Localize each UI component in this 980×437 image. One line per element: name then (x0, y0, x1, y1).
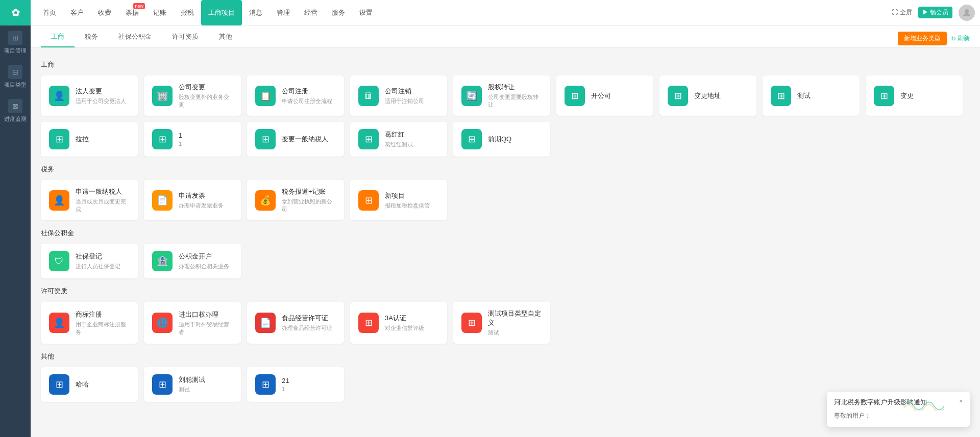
card-desc: 当月或次月成变更完成 (76, 198, 130, 213)
sidebar-item-progress[interactable]: ⊠ 进度监测 (0, 94, 31, 128)
card-icon: 📋 (255, 86, 276, 106)
card-desc: 适用于公司变更法人 (76, 97, 126, 105)
card-21[interactable]: ⊞ 21 1 (247, 367, 344, 402)
nav-operations[interactable]: 经营 (297, 0, 325, 25)
card-desc: 申请公司注册全流程 (282, 97, 332, 105)
project-type-icon: ⊟ (8, 65, 22, 79)
card-guquan-zhuanrang[interactable]: 🔄 股权转让 公司变更需要股权转让 (453, 75, 550, 116)
card-biangeng-dizhi[interactable]: ⊞ 变更地址 (659, 75, 756, 116)
card-icon: 🗑 (358, 86, 379, 106)
card-biangeng-yiban[interactable]: ⊞ 变更一般纳税人 (247, 122, 344, 157)
nav-settings[interactable]: 设置 (352, 0, 380, 25)
card-icon: 🏢 (152, 86, 173, 106)
card-icon: ⊞ (255, 129, 276, 149)
nav-services[interactable]: 服务 (325, 0, 352, 25)
card-title: 公司注销 (385, 87, 424, 96)
notification-close-button[interactable]: × (959, 398, 963, 407)
card-gongsi-zhuxiao[interactable]: 🗑 公司注销 适用于注销公司 (350, 75, 447, 116)
nav-accounting[interactable]: 记账 (146, 0, 174, 25)
card-title: 税务报道+记账 (282, 187, 336, 196)
card-icon: ⊞ (49, 374, 69, 395)
card-title: 申请一般纳税人 (76, 187, 130, 196)
card-title: 测试项目类型自定义 (488, 309, 542, 327)
card-xin-xiangmu[interactable]: ⊞ 新项目 报税加税控盘保管 (350, 180, 447, 220)
card-faren-biangeng[interactable]: 👤 法人变更 适用于公司变更法人 (41, 75, 138, 116)
card-title: 社保登记 (76, 252, 120, 261)
card-title: 食品经营许可证 (282, 314, 332, 323)
sidebar-item-project-mgmt[interactable]: ⊞ 项目管理 (0, 25, 31, 60)
nav-tax[interactable]: 报税 (174, 0, 201, 25)
card-shenqing-fapiao[interactable]: 📄 申请发票 办理申请发票业务 (144, 180, 241, 220)
card-title: 1 (179, 132, 182, 139)
card-icon: ⊞ (152, 129, 173, 149)
card-title: 法人变更 (76, 87, 126, 96)
add-business-type-button[interactable]: 新增业务类型 (898, 32, 947, 45)
top-navigation: 首页 客户 收费 票据 new 记账 报税 工商项目 消息 管理 经营 服务 设… (31, 0, 980, 25)
card-title: 开公司 (591, 91, 611, 100)
gongshang-cards: 👤 法人变更 适用于公司变更法人 🏢 公司变更 股权变更外的业务变更 📋 (41, 75, 970, 157)
card-shangbiao-zhuce[interactable]: 👤 商标注册 用于企业商标注册服务 (41, 302, 138, 344)
card-desc: 对企业信誉评级 (385, 324, 424, 332)
card-title: 进出口权办理 (179, 310, 233, 319)
card-desc: 测试 (488, 329, 542, 337)
card-desc: 适用于注销公司 (385, 97, 424, 105)
nav-customers[interactable]: 客户 (63, 0, 91, 25)
card-desc: 公司变更需要股权转让 (488, 93, 542, 109)
nav-bizproject[interactable]: 工商项目 (201, 0, 242, 25)
card-title: 葛红红 (385, 130, 413, 139)
card-title: 申请发票 (179, 191, 224, 200)
card-ceshi[interactable]: ⊞ 测试 (763, 75, 860, 116)
card-gongjijin-kaihu[interactable]: 🏦 公积金开户 办理公积金相关业务 (144, 244, 241, 278)
card-gongsi-zhuce[interactable]: 📋 公司注册 申请公司注册全流程 (247, 75, 344, 116)
vip-button[interactable]: ▶ 畅会员 (918, 7, 952, 18)
tab-shebao[interactable]: 社保公积金 (108, 27, 162, 47)
section-title-gongshang: 工商 (41, 60, 970, 69)
sidebar-logo: ✿ (0, 0, 31, 25)
nav-tickets[interactable]: 票据 new (118, 0, 146, 25)
card-title: 变更地址 (694, 91, 721, 100)
card-1[interactable]: ⊞ 1 1 (144, 122, 241, 157)
card-gehonghong[interactable]: ⊞ 葛红红 葛红红测试 (350, 122, 447, 157)
card-biangeng2[interactable]: ⊞ 变更 (866, 75, 963, 116)
section-title-shebao: 社保公积金 (41, 228, 970, 238)
sidebar-item-project-type[interactable]: ⊟ 项目类型 (0, 60, 31, 94)
card-icon: 🔄 (461, 86, 482, 106)
tab-gongshang[interactable]: 工商 (41, 27, 75, 47)
card-shenqing-yiban[interactable]: 👤 申请一般纳税人 当月或次月成变更完成 (41, 180, 138, 220)
card-jinchuko-banli[interactable]: 🌐 进出口权办理 适用于对外贸易经营者 (144, 302, 241, 344)
nav-billing[interactable]: 收费 (91, 0, 118, 25)
card-ceshi-leibie[interactable]: ⊞ 测试项目类型自定义 测试 (453, 302, 550, 344)
avatar[interactable] (959, 5, 975, 21)
tab-xuke[interactable]: 许可资质 (162, 27, 209, 47)
card-haha[interactable]: ⊞ 哈哈 (41, 367, 138, 402)
card-desc: 办理公积金相关业务 (179, 263, 229, 270)
card-title: 拉拉 (76, 135, 89, 144)
card-shuiwu-baodao[interactable]: 💰 税务报道+记账 拿到营业执照的新公司 (247, 180, 344, 220)
nav-messages[interactable]: 消息 (242, 0, 270, 25)
refresh-button[interactable]: ↻ 刷新 (951, 34, 970, 43)
card-kai-gongsi[interactable]: ⊞ 开公司 (556, 75, 653, 116)
card-gongsi-biangeng[interactable]: 🏢 公司变更 股权变更外的业务变更 (144, 75, 241, 116)
card-icon: 💰 (255, 190, 276, 211)
card-3a-renzheng[interactable]: ⊞ 3A认证 对企业信誉评级 (350, 302, 447, 344)
card-icon: ⊞ (565, 86, 585, 106)
tab-other[interactable]: 其他 (209, 27, 242, 47)
card-qianqi-qq[interactable]: ⊞ 前期QQ (453, 122, 550, 157)
card-desc: 1 (282, 386, 289, 392)
card-shipin-xuke[interactable]: 📄 食品经营许可证 办理食品经营许可证 (247, 302, 344, 344)
nav-home[interactable]: 首页 (36, 0, 63, 25)
card-liucong-test[interactable]: ⊞ 刘聪测试 测试 (144, 367, 241, 402)
fullscreen-btn[interactable]: ⛶ 全屏 (892, 8, 912, 17)
card-lala[interactable]: ⊞ 拉拉 (41, 122, 138, 157)
card-icon: ⊞ (874, 86, 894, 106)
tab-bar: 工商 税务 社保公积金 许可资质 其他 新增业务类型 ↻ 刷新 (31, 25, 980, 48)
card-title: 刘聪测试 (179, 375, 205, 384)
card-title: 21 (282, 377, 289, 384)
card-icon: ⊞ (461, 313, 482, 333)
card-title: 股权转让 (488, 83, 542, 92)
nav-management[interactable]: 管理 (270, 0, 297, 25)
tab-shuiwu[interactable]: 税务 (75, 27, 108, 47)
card-icon: ⊞ (255, 374, 276, 395)
card-shebao-dengji[interactable]: 🛡 社保登记 进行人员社保登记 (41, 244, 138, 278)
card-desc: 用于企业商标注册服务 (76, 321, 130, 336)
